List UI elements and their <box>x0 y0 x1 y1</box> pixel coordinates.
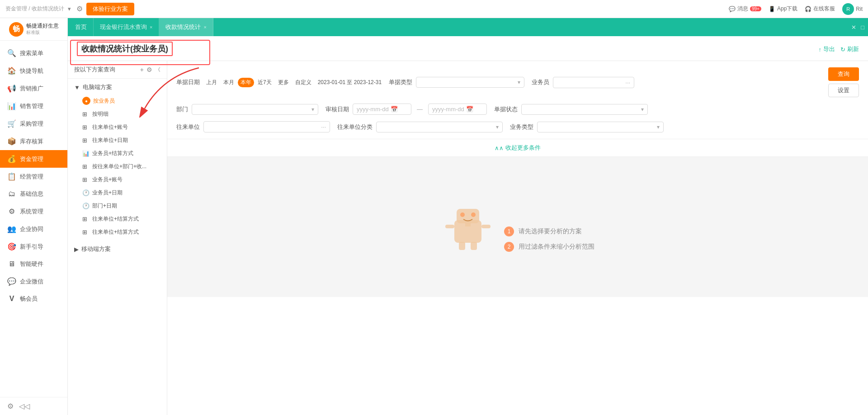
unit-dept-icon: ⊞ <box>82 163 90 170</box>
dept-label: 部门 <box>176 105 188 113</box>
customer-more-dots[interactable]: ··· <box>321 123 326 130</box>
tree-item[interactable]: ⊞ 业务员+账号 <box>68 173 167 186</box>
refresh-button[interactable]: ↻ 刷新 <box>840 45 859 53</box>
tree-item[interactable]: ⊞ 按明细 <box>68 108 167 121</box>
tree-item[interactable]: 📊 业务员+结算方式 <box>68 147 167 160</box>
doctype-select[interactable]: ▾ <box>416 77 524 88</box>
customer-select[interactable]: ··· <box>203 121 330 132</box>
dept-caret: ▾ <box>311 106 314 113</box>
step-1-num: 1 <box>504 226 514 236</box>
tab-collection-stats-close[interactable]: × <box>203 24 206 30</box>
biz-type-caret: ▾ <box>657 124 660 130</box>
window-maximize-icon[interactable]: □ <box>861 24 864 31</box>
setting-button[interactable]: 设置 <box>828 84 859 97</box>
tree-item[interactable]: ⊞ 往来单位+账号 <box>68 121 167 134</box>
customer-label: 往来单位 <box>176 123 200 131</box>
sidebar-nav: 🔍 搜索菜单 🏠 快捷导航 📢 营销推广 📊 销售管理 🛒 采购管 <box>0 41 67 397</box>
tree-item[interactable]: ⊞ 往来单位+结算方式 <box>68 226 167 239</box>
sidebar-item-purchase[interactable]: 🛒 采购管理 <box>0 115 67 132</box>
step-1-text: 请先选择要分析的方案 <box>519 227 582 236</box>
sidebar-item-label: 经营管理 <box>20 173 43 181</box>
scheme-settings-icon[interactable]: ⚙ <box>146 66 152 73</box>
sidebar-item-label: 资金管理 <box>20 155 43 163</box>
top-bar-right: 💬 消息 99+ 📱 App下载 🎧 在线客服 R Rit <box>729 3 863 15</box>
add-scheme-icon[interactable]: + <box>140 66 144 73</box>
sidebar-item-wechat[interactable]: 💬 企业微信 <box>0 273 67 290</box>
collapse-panel-icon[interactable]: 《 <box>155 66 160 74</box>
sidebar-item-inventory[interactable]: 📦 库存核算 <box>0 132 67 150</box>
dept-select[interactable]: ▾ <box>192 104 318 115</box>
date-tab-more[interactable]: 更多 <box>275 78 292 87</box>
sidebar-item-sales[interactable]: 📊 销售管理 <box>0 97 67 115</box>
collapse-bar[interactable]: ∧∧ 收起更多条件 <box>167 139 868 157</box>
sidebar-item-nav[interactable]: 🏠 快捷导航 <box>0 62 67 80</box>
date-tab-custom[interactable]: 自定义 <box>292 78 314 87</box>
more-dots[interactable]: ··· <box>625 79 630 86</box>
date-range-text: 2023-01-01 至 2023-12-31 <box>318 79 382 86</box>
doc-status-select[interactable]: ▾ <box>521 104 648 115</box>
panel-header-label: 按以下方案查询 <box>74 66 115 74</box>
svg-rect-4 <box>445 225 454 228</box>
biz-type-select[interactable]: ▾ <box>537 122 664 132</box>
logo-icon: 畅 <box>9 22 24 37</box>
right-panel: 单据日期 上月 本月 本年 近7天 更多 自定义 <box>167 61 868 415</box>
customer-category-select[interactable]: ▾ <box>376 122 503 132</box>
sidebar-item-label: 新手引导 <box>20 243 43 251</box>
date-tab-lastmonth[interactable]: 上月 <box>203 78 220 87</box>
window-close-icon[interactable]: ✕ <box>851 24 856 31</box>
sidebar-item-base[interactable]: 🗂 基础信息 <box>0 185 67 203</box>
mobile-scheme-header[interactable]: ▶ 移动端方案 <box>68 242 167 256</box>
date-tab-thismonth[interactable]: 本月 <box>221 78 237 87</box>
tree-item-label: 业务员+账号 <box>92 176 123 184</box>
date-tab-thisyear[interactable]: 本年 <box>238 78 254 87</box>
trial-button[interactable]: 体验行业方案 <box>86 3 134 15</box>
sidebar-item-collab[interactable]: 👥 企业协同 <box>0 220 67 238</box>
sidebar-item-system[interactable]: ⚙ 系统管理 <box>0 203 67 220</box>
customer-category-caret: ▾ <box>496 124 499 130</box>
tab-collection-stats[interactable]: 收款情况统计 × <box>159 18 213 36</box>
audit-date-end[interactable]: yyyy-mm-dd 📅 <box>428 104 487 115</box>
query-button[interactable]: 查询 <box>828 67 859 81</box>
chevron-down-icon[interactable]: ▾ <box>68 5 71 12</box>
audit-date-end-placeholder: yyyy-mm-dd <box>432 106 464 113</box>
export-button[interactable]: ↑ 导出 <box>819 45 835 53</box>
user-avatar[interactable]: R Rit <box>842 3 863 15</box>
sidebar-item-label: 搜索菜单 <box>20 49 43 57</box>
settings-bottom-icon[interactable]: ⚙ <box>7 402 14 410</box>
tree-item[interactable]: ⊞ 往来单位+日期 <box>68 134 167 147</box>
sidebar-item-search[interactable]: 🔍 搜索菜单 <box>0 44 67 62</box>
collapse-sidebar-icon[interactable]: ◁◁ <box>19 402 30 410</box>
hardware-icon: 🖥 <box>7 260 16 268</box>
tree-item-active[interactable]: ● 按业务员 <box>68 94 167 108</box>
empty-state-area: 1 请先选择要分析的方案 2 用过滤条件来缩小分析范围 <box>167 157 868 297</box>
calendar-icon: 📅 <box>391 106 398 113</box>
tab-bank-flow[interactable]: 现金银行流水查询 × <box>94 18 159 36</box>
tree-item[interactable]: 🕐 业务员+日期 <box>68 186 167 199</box>
desktop-scheme-header[interactable]: ▼ 电脑端方案 <box>68 80 167 94</box>
sidebar-item-label: 库存核算 <box>20 137 43 146</box>
sales-date-icon: 🕐 <box>82 189 90 196</box>
tree-item[interactable]: 🕐 部门+日期 <box>68 199 167 212</box>
salesperson-select[interactable]: ··· <box>553 77 634 88</box>
tab-bank-flow-close[interactable]: × <box>150 24 152 30</box>
sidebar-item-marketing[interactable]: 📢 营销推广 <box>0 80 67 97</box>
online-service-button[interactable]: 🎧 在线客服 <box>805 5 835 13</box>
tree-item[interactable]: ⊞ 按往来单位+部门+收... <box>68 160 167 173</box>
sidebar-item-member[interactable]: V 畅会员 <box>0 290 67 307</box>
tree-item-label: 按往来单位+部门+收... <box>92 163 146 170</box>
sidebar-item-guide[interactable]: 🎯 新手引导 <box>0 238 67 255</box>
tree-item[interactable]: ⊞ 往来单位+结算方式 <box>68 212 167 226</box>
app-download-button[interactable]: 📱 App下载 <box>769 5 797 13</box>
messages-button[interactable]: 💬 消息 99+ <box>729 5 761 13</box>
sidebar-item-operation[interactable]: 📋 经营管理 <box>0 168 67 185</box>
wechat-icon: 💬 <box>7 277 16 286</box>
sidebar-item-finance[interactable]: 💰 资金管理 <box>0 150 67 168</box>
inventory-icon: 📦 <box>7 137 16 146</box>
date-tab-7days[interactable]: 近7天 <box>255 78 274 87</box>
customer-category-filter: 往来单位分类 ▾ <box>337 122 503 132</box>
sidebar-item-hardware[interactable]: 🖥 智能硬件 <box>0 255 67 273</box>
gear-icon[interactable]: ⚙ <box>76 5 83 13</box>
audit-date-start[interactable]: yyyy-mm-dd 📅 <box>353 104 411 115</box>
tab-home[interactable]: 首页 <box>71 18 94 36</box>
finance-icon: 💰 <box>7 155 16 163</box>
